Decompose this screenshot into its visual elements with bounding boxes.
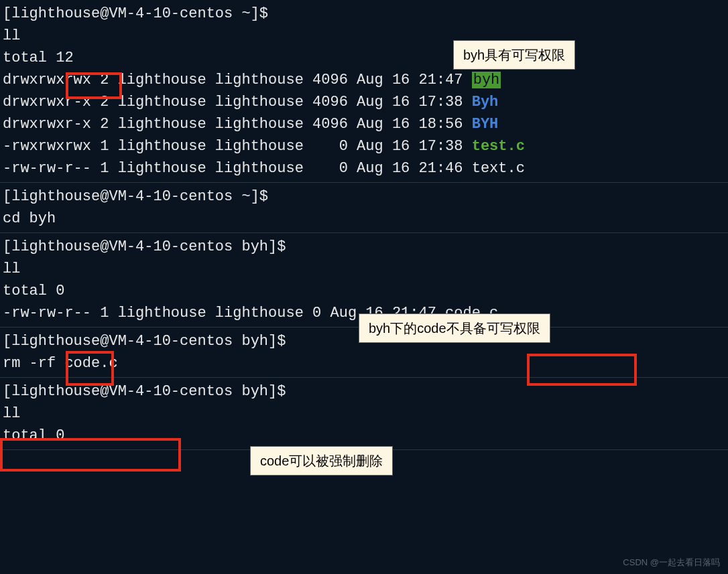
command-line[interactable]: cd byh: [0, 208, 728, 230]
terminal-output[interactable]: [lighthouse@VM-4-10-centos ~]$lltotal 12…: [0, 0, 728, 450]
output-line: drwxrwxr-x 2 lighthouse lighthouse 4096 …: [0, 91, 728, 113]
output-line: drwxrwxr-x 2 lighthouse lighthouse 4096 …: [0, 113, 728, 135]
output-line: -rwxrwxrwx 1 lighthouse lighthouse 0 Aug…: [0, 135, 728, 157]
command-line[interactable]: ll: [0, 258, 728, 280]
shell-prompt: [lighthouse@VM-4-10-centos byh]$: [0, 380, 728, 403]
shell-prompt: [lighthouse@VM-4-10-centos ~]$: [0, 3, 728, 25]
terminal-block: [lighthouse@VM-4-10-centos byh]$lltotal …: [0, 378, 728, 450]
output-line: -rw-rw-r-- 1 lighthouse lighthouse 0 Aug…: [0, 157, 728, 180]
file-name: BYH: [472, 116, 499, 133]
annotation-label: byh下的code不具备可写权限: [359, 313, 550, 343]
output-line: drwxrwxrwx 2 lighthouse lighthouse 4096 …: [0, 69, 728, 91]
output-line: total 12: [0, 47, 728, 69]
command-line[interactable]: ll: [0, 25, 728, 47]
annotation-label: byh具有可写权限: [453, 40, 575, 70]
file-permissions: drwxrwxrwx 2 lighthouse lighthouse 4096 …: [3, 72, 472, 88]
file-permissions: drwxrwxr-x 2 lighthouse lighthouse 4096 …: [3, 116, 472, 133]
file-name: test.c: [472, 138, 525, 155]
command-line[interactable]: ll: [0, 403, 728, 425]
annotation-label: code可以被强制删除: [250, 446, 393, 476]
terminal-block: [lighthouse@VM-4-10-centos ~]$cd byh: [0, 183, 728, 233]
watermark: CSDN @一起去看日落吗: [623, 556, 720, 569]
shell-prompt: [lighthouse@VM-4-10-centos byh]$: [0, 236, 728, 258]
output-line: total 0: [0, 280, 728, 302]
terminal-block: [lighthouse@VM-4-10-centos ~]$lltotal 12…: [0, 0, 728, 183]
file-name: byh: [472, 72, 501, 88]
file-permissions: drwxrwxr-x 2 lighthouse lighthouse 4096 …: [3, 94, 472, 111]
file-permissions: -rw-rw-r-- 1 lighthouse lighthouse 0 Aug…: [3, 160, 472, 177]
file-name: text.c: [472, 160, 525, 177]
file-name: Byh: [472, 94, 499, 111]
output-line: total 0: [0, 425, 728, 447]
file-permissions: -rwxrwxrwx 1 lighthouse lighthouse 0 Aug…: [3, 138, 472, 155]
command-line[interactable]: rm -rf code.c: [0, 352, 728, 374]
shell-prompt: [lighthouse@VM-4-10-centos ~]$: [0, 186, 728, 208]
